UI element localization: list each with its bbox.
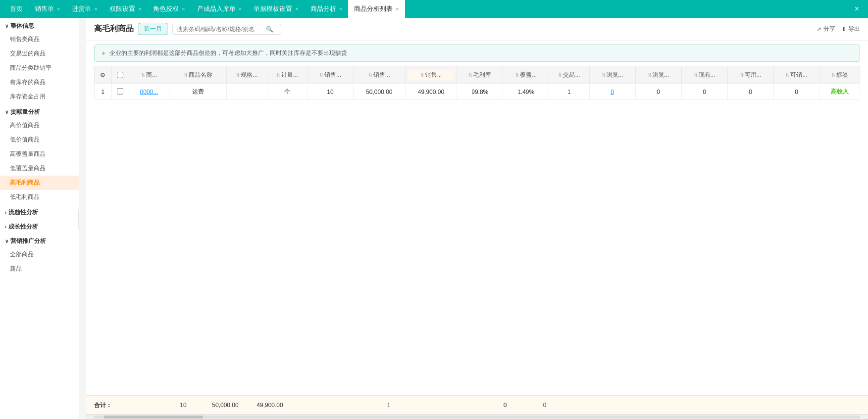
cell-sales-qty: 10 <box>307 84 354 100</box>
info-banner: ✦ 企业的主要的利润都是这部分商品创造的，可考虑加大推广，同时关注库存是不要出现… <box>94 45 860 62</box>
col-code[interactable]: ⇅ 商... <box>129 66 169 84</box>
search-input[interactable] <box>177 26 266 33</box>
arrow-right-icon-2: › <box>5 224 6 230</box>
cell-current-stock: 0 <box>681 84 727 100</box>
col-sales-qty[interactable]: ⇅ 销售... <box>307 66 354 84</box>
col-spec[interactable]: ⇅ 规格... <box>227 66 267 84</box>
nav-home[interactable]: 首页 <box>4 0 29 18</box>
col-name[interactable]: ⇅ 商品名称 <box>169 66 227 84</box>
sidebar-item-stocked-products[interactable]: 有库存的商品 <box>0 75 79 90</box>
window-close-icon[interactable]: × <box>850 4 864 13</box>
nav-role[interactable]: 角色授权 × <box>147 0 191 18</box>
filter-recent-month-button[interactable]: 近一月 <box>139 23 167 35</box>
sidebar-group-trend[interactable]: › 流趋性分析 <box>0 204 79 219</box>
total-sales-qty: 10 <box>163 402 203 409</box>
sidebar-item-traded-products[interactable]: 交易过的商品 <box>0 47 79 61</box>
search-icon[interactable]: 🔍 <box>266 26 273 33</box>
col-tag[interactable]: ⇅ 标签 <box>819 66 860 84</box>
col-settings[interactable]: ⚙ <box>95 66 112 84</box>
sort-saleable-stock-icon[interactable]: ⇅ <box>785 72 789 78</box>
col-sales-amount[interactable]: ⇅ 销售... <box>354 66 406 84</box>
col-coverage[interactable]: ⇅ 覆盖... <box>503 66 549 84</box>
sort-current-stock-icon[interactable]: ⇅ <box>694 72 698 78</box>
cell-saleable-stock: 0 <box>773 84 819 100</box>
cell-spec <box>227 84 267 100</box>
sidebar-item-low-value[interactable]: 低价值商品 <box>0 133 79 147</box>
cell-browse1[interactable]: 0 <box>589 84 635 100</box>
nav-template[interactable]: 单据模板设置 × <box>248 0 304 18</box>
nav-product-inbound[interactable]: 产成品入库单 × <box>191 0 248 18</box>
col-browse1[interactable]: ⇅ 浏览... <box>589 66 635 84</box>
sidebar-item-stock-capital[interactable]: 库存资金占用 <box>0 90 79 104</box>
sidebar-item-high-margin[interactable]: 高毛利商品 <box>0 176 79 190</box>
sidebar-group-overall[interactable]: ∨ 整体信息 <box>0 18 79 32</box>
sidebar-item-low-margin[interactable]: 低毛利商品 <box>0 190 79 204</box>
share-button[interactable]: ↗ 分享 <box>817 25 835 33</box>
search-box[interactable]: 🔍 <box>172 24 281 35</box>
sort-browse2-icon[interactable]: ⇅ <box>648 72 652 78</box>
sidebar-item-sales-products[interactable]: 销售类商品 <box>0 32 79 47</box>
cell-sales-amount: 50,000.00 <box>354 84 406 100</box>
export-button[interactable]: ⬇ 导出 <box>841 25 860 33</box>
sidebar-group-marketing[interactable]: ∨ 营销推广分析 <box>0 233 79 247</box>
sidebar-item-high-value[interactable]: 高价值商品 <box>0 118 79 133</box>
col-gross-margin[interactable]: ⇅ 毛利率 <box>457 66 503 84</box>
sidebar-item-new-products[interactable]: 新品 <box>0 262 79 276</box>
main-layout: « ∨ 整体信息 销售类商品 交易过的商品 商品分类助销率 有库存的商品 库存资… <box>0 18 868 419</box>
select-all-checkbox[interactable] <box>117 72 123 78</box>
nav-product-analysis[interactable]: 商品分析 × <box>305 0 348 18</box>
sort-name-icon[interactable]: ⇅ <box>184 72 188 78</box>
sidebar-item-all-products[interactable]: 全部商品 <box>0 247 79 262</box>
cell-coverage: 1.49% <box>503 84 549 100</box>
sort-gross-margin-icon[interactable]: ⇅ <box>468 72 472 78</box>
nav-permission[interactable]: 权限设置 × <box>103 0 147 18</box>
col-unit[interactable]: ⇅ 计量... <box>267 66 307 84</box>
sort-sales-cost-icon[interactable]: ⇅ <box>420 72 424 78</box>
col-checkbox[interactable] <box>111 66 129 84</box>
table-row: 1 0000... 运费 个 10 50,000.00 49,900.00 99… <box>95 84 860 100</box>
close-purchase-tab[interactable]: × <box>94 6 97 12</box>
sidebar-item-category-rate[interactable]: 商品分类助销率 <box>0 61 79 75</box>
cell-name: 运费 <box>169 84 227 100</box>
sidebar-collapse-button[interactable]: « <box>78 209 79 229</box>
cell-code[interactable]: 0000... <box>129 84 169 100</box>
arrow-down-icon: ∨ <box>5 23 8 29</box>
arrow-down-icon-3: ∨ <box>5 238 8 244</box>
close-product-analysis-tab[interactable]: × <box>339 6 342 12</box>
sort-coverage-icon[interactable]: ⇅ <box>515 72 519 78</box>
close-role-tab[interactable]: × <box>182 6 185 12</box>
row-checkbox[interactable] <box>117 88 123 94</box>
sidebar-group-contribution[interactable]: ∨ 贡献量分析 <box>0 104 79 118</box>
sidebar-item-high-coverage[interactable]: 高覆盖量商品 <box>0 147 79 161</box>
nav-purchase[interactable]: 进货单 × <box>66 0 103 18</box>
sort-sales-amount-icon[interactable]: ⇅ <box>368 72 372 78</box>
total-blank1 <box>292 402 332 409</box>
col-available-stock[interactable]: ⇅ 可用... <box>727 66 773 84</box>
col-saleable-stock[interactable]: ⇅ 可销... <box>773 66 819 84</box>
horizontal-scrollbar[interactable] <box>86 414 868 419</box>
cell-checkbox[interactable] <box>111 84 129 100</box>
close-sales-tab[interactable]: × <box>57 6 60 12</box>
col-transaction[interactable]: ⇅ 交易... <box>549 66 589 84</box>
sort-code-icon[interactable]: ⇅ <box>141 72 145 78</box>
header-actions: ↗ 分享 ⬇ 导出 <box>817 25 860 33</box>
col-current-stock[interactable]: ⇅ 现有... <box>681 66 727 84</box>
close-product-inbound-tab[interactable]: × <box>239 6 242 12</box>
scrollbar-thumb[interactable] <box>104 416 203 419</box>
close-template-tab[interactable]: × <box>295 6 298 12</box>
sort-tag-icon[interactable]: ⇅ <box>831 72 835 78</box>
col-browse2[interactable]: ⇅ 浏览... <box>635 66 681 84</box>
sidebar-item-low-coverage[interactable]: 低覆盖量商品 <box>0 161 79 176</box>
sort-transaction-icon[interactable]: ⇅ <box>558 72 562 78</box>
close-permission-tab[interactable]: × <box>138 6 141 12</box>
sort-spec-icon[interactable]: ⇅ <box>236 72 240 78</box>
sort-unit-icon[interactable]: ⇅ <box>276 72 280 78</box>
close-product-analysis-list-tab[interactable]: × <box>396 6 399 12</box>
nav-sales[interactable]: 销售单 × <box>29 0 66 18</box>
sort-available-stock-icon[interactable]: ⇅ <box>740 72 744 78</box>
nav-product-analysis-list[interactable]: 商品分析列表 × <box>348 0 405 18</box>
sort-sales-qty-icon[interactable]: ⇅ <box>319 72 323 78</box>
sort-browse1-icon[interactable]: ⇅ <box>602 72 606 78</box>
sidebar-group-growth[interactable]: › 成长性分析 <box>0 219 79 233</box>
col-sales-cost[interactable]: ⇅ 销售... <box>405 66 457 84</box>
